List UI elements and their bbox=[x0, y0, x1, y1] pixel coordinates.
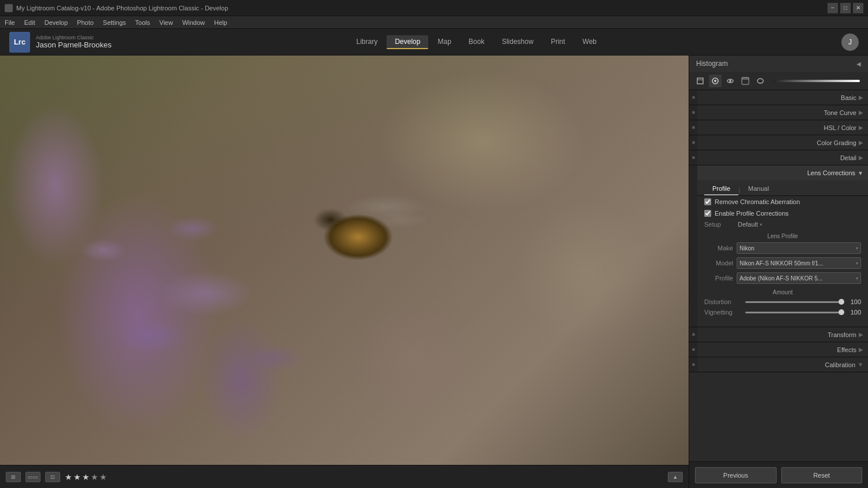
enable-profile-label[interactable]: Enable Profile Corrections bbox=[715, 210, 789, 217]
distortion-slider[interactable] bbox=[745, 301, 841, 303]
section-basic-dot bbox=[692, 96, 695, 99]
previous-button[interactable]: Previous bbox=[695, 467, 777, 483]
brand-user-name: Jason Parnell-Brookes bbox=[36, 40, 112, 49]
tab-book[interactable]: Book bbox=[461, 35, 492, 49]
close-button[interactable]: ✕ bbox=[853, 3, 863, 13]
remove-ca-row: Remove Chromatic Aberration bbox=[697, 196, 868, 208]
section-color-grading-content[interactable]: Color Grading ▶ bbox=[697, 135, 868, 150]
lens-tab-profile[interactable]: Profile bbox=[704, 183, 738, 195]
menu-help[interactable]: Help bbox=[214, 19, 227, 26]
menu-view[interactable]: View bbox=[159, 19, 173, 26]
profile-row: Profile Adobe (Nikon AF-S NIKKOR 5... ▾ bbox=[697, 271, 868, 286]
profile-dropdown[interactable]: Adobe (Nikon AF-S NIKKOR 5... ▾ bbox=[737, 272, 861, 284]
lens-corrections-header[interactable]: Lens Corrections ▼ bbox=[697, 165, 868, 180]
menu-develop[interactable]: Develop bbox=[45, 19, 68, 26]
section-basic-dot-col bbox=[689, 90, 697, 105]
section-color-grading[interactable]: Color Grading ▶ bbox=[689, 135, 868, 150]
model-dropdown[interactable]: Nikon AF-S NIKKOR 50mm f/1... ▾ bbox=[737, 257, 861, 269]
brand-text: Adobe Lightroom Classic Jason Parnell-Br… bbox=[36, 35, 112, 49]
distortion-thumb[interactable] bbox=[838, 299, 844, 305]
tab-web[interactable]: Web bbox=[575, 35, 605, 49]
profile-dropdown-arrow: ▾ bbox=[856, 276, 858, 281]
right-panel-scroll[interactable]: Basic ▶ Tone Curve ▶ bbox=[689, 90, 868, 461]
svg-rect-7 bbox=[742, 77, 749, 80]
maximize-button[interactable]: □ bbox=[840, 3, 851, 13]
tool-crop[interactable] bbox=[694, 75, 707, 87]
minimize-button[interactable]: − bbox=[827, 3, 838, 13]
vignetting-slider[interactable] bbox=[745, 312, 841, 313]
section-transform[interactable]: Transform ▶ bbox=[689, 327, 868, 342]
section-effects-content[interactable]: Effects ▶ bbox=[697, 342, 868, 357]
section-color-grading-dot bbox=[692, 141, 695, 144]
tool-radial[interactable] bbox=[754, 75, 767, 87]
histogram-header[interactable]: Histogram ◀ bbox=[689, 56, 868, 72]
nav-tabs: Library Develop Map Book Slideshow Print… bbox=[348, 35, 605, 49]
vignetting-thumb[interactable] bbox=[838, 309, 844, 315]
section-calibration-content[interactable]: Calibration ▼ bbox=[697, 357, 868, 372]
section-basic-content[interactable]: Basic ▶ bbox=[697, 90, 868, 105]
filmstrip-toggle[interactable]: ▲ bbox=[668, 472, 683, 482]
title-bar: My Lightroom Catalog-v10 - Adobe Photosh… bbox=[0, 0, 868, 16]
filmstrip-grid-btn[interactable]: ⊞ bbox=[6, 472, 21, 482]
menu-edit[interactable]: Edit bbox=[24, 19, 35, 26]
main-area: ⊞ ▭▭ ⊡ ★ ★ ★ ★ ★ ▲ Histogram ◀ bbox=[0, 56, 868, 488]
menu-photo[interactable]: Photo bbox=[77, 19, 94, 26]
tab-library[interactable]: Library bbox=[348, 35, 386, 49]
filmstrip-loupe-btn[interactable]: ⊡ bbox=[45, 472, 60, 482]
amount-title: Amount bbox=[697, 286, 868, 297]
tab-map[interactable]: Map bbox=[429, 35, 459, 49]
tool-graduated[interactable] bbox=[739, 75, 752, 87]
menu-tools[interactable]: Tools bbox=[135, 19, 150, 26]
section-transform-content[interactable]: Transform ▶ bbox=[697, 327, 868, 342]
nav-right: J bbox=[841, 34, 859, 51]
make-dropdown[interactable]: Nikon ▾ bbox=[737, 242, 861, 254]
lens-corrections-inner: Lens Corrections ▼ Profile | Manual bbox=[697, 165, 868, 327]
star-4[interactable]: ★ bbox=[91, 472, 98, 482]
section-tone-curve[interactable]: Tone Curve ▶ bbox=[689, 105, 868, 120]
section-tone-curve-content[interactable]: Tone Curve ▶ bbox=[697, 105, 868, 120]
menu-file[interactable]: File bbox=[5, 19, 15, 26]
svg-point-5 bbox=[729, 80, 731, 82]
section-detail-arrow: ▶ bbox=[859, 154, 863, 161]
lens-profile-title: Lens Profile bbox=[697, 230, 868, 241]
setup-value-text: Default bbox=[738, 221, 758, 228]
reset-button[interactable]: Reset bbox=[781, 467, 863, 483]
svg-point-8 bbox=[757, 79, 763, 83]
tab-develop[interactable]: Develop bbox=[387, 35, 428, 49]
section-effects-dot-col bbox=[689, 342, 697, 357]
filmstrip-compare-btn[interactable]: ▭▭ bbox=[25, 472, 41, 482]
profile-value: Adobe (Nikon AF-S NIKKOR 5... bbox=[740, 275, 822, 282]
star-1[interactable]: ★ bbox=[65, 472, 72, 482]
star-5[interactable]: ★ bbox=[100, 472, 107, 482]
section-effects[interactable]: Effects ▶ bbox=[689, 342, 868, 357]
section-detail[interactable]: Detail ▶ bbox=[689, 150, 868, 165]
tool-healing[interactable] bbox=[709, 75, 722, 87]
make-dropdown-arrow: ▾ bbox=[856, 246, 858, 251]
enable-profile-checkbox[interactable] bbox=[704, 210, 711, 217]
section-hsl[interactable]: HSL / Color ▶ bbox=[689, 120, 868, 135]
tab-slideshow[interactable]: Slideshow bbox=[494, 35, 542, 49]
remove-ca-label[interactable]: Remove Chromatic Aberration bbox=[715, 198, 800, 205]
menu-window[interactable]: Window bbox=[182, 19, 205, 26]
remove-ca-checkbox[interactable] bbox=[704, 198, 711, 205]
section-detail-dot bbox=[692, 156, 695, 159]
distortion-fill bbox=[745, 301, 841, 303]
star-3[interactable]: ★ bbox=[82, 472, 90, 482]
user-avatar[interactable]: J bbox=[841, 34, 859, 51]
section-basic[interactable]: Basic ▶ bbox=[689, 90, 868, 105]
section-hsl-content[interactable]: HSL / Color ▶ bbox=[697, 120, 868, 135]
section-detail-content[interactable]: Detail ▶ bbox=[697, 150, 868, 165]
section-hsl-arrow: ▶ bbox=[859, 124, 863, 131]
section-basic-title: Basic bbox=[700, 94, 856, 101]
tab-print[interactable]: Print bbox=[543, 35, 573, 49]
star-2[interactable]: ★ bbox=[73, 472, 81, 482]
section-calibration[interactable]: Calibration ▼ bbox=[689, 357, 868, 372]
window-title: My Lightroom Catalog-v10 - Adobe Photosh… bbox=[16, 5, 228, 12]
vignetting-row: Vignetting 100 bbox=[697, 307, 868, 317]
window-controls: − □ ✕ bbox=[827, 3, 863, 13]
tool-redeye[interactable] bbox=[724, 75, 737, 87]
lens-tab-manual[interactable]: Manual bbox=[740, 183, 777, 195]
menu-settings[interactable]: Settings bbox=[103, 19, 126, 26]
setup-value[interactable]: Default ▾ bbox=[738, 221, 762, 228]
photo-canvas bbox=[0, 56, 689, 488]
